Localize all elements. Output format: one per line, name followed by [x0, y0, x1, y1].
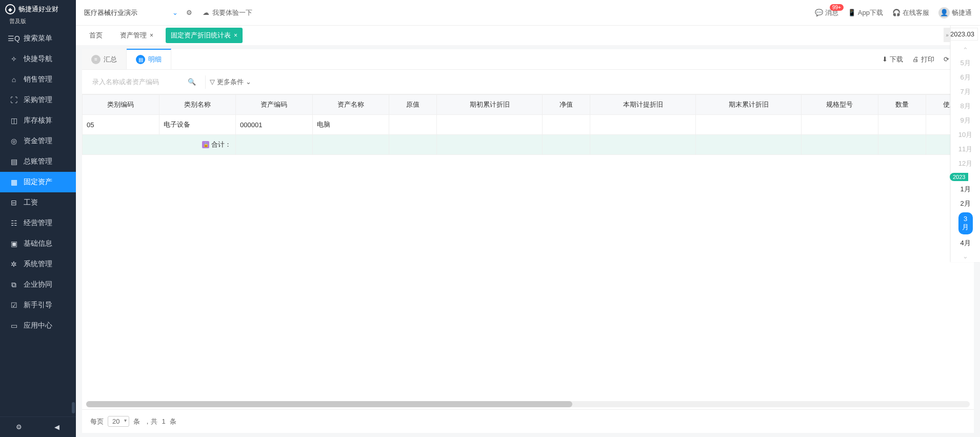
sidebar-item-system[interactable]: ✲系统管理 — [0, 254, 76, 274]
sidebar-item-appcenter[interactable]: ▭应用中心 — [0, 315, 76, 336]
period-next-button[interactable]: ⌄ — [961, 250, 970, 262]
col-asset-code[interactable]: 资产编码 — [236, 95, 313, 115]
month-item[interactable]: 1月 — [951, 182, 980, 196]
search-input[interactable] — [88, 75, 181, 89]
download-icon: ⬇ — [882, 55, 888, 63]
apps-icon: ▭ — [9, 321, 18, 330]
col-qty[interactable]: 数量 — [878, 95, 926, 115]
table-row[interactable]: 05 电子设备 000001 电脑 — [83, 115, 974, 135]
month-item-selected[interactable]: 3月 — [958, 212, 973, 234]
compass-icon: ✧ — [9, 54, 18, 64]
table-container: 类别编码 类别名称 资产编码 资产名称 原值 期初累计折旧 净值 本期计提折旧 … — [82, 94, 974, 399]
page-size-select[interactable]: 20 — [108, 416, 129, 427]
sidebar-item-fixed-assets[interactable]: ▦固定资产 — [0, 172, 76, 192]
lock-icon: 🔒 — [202, 141, 209, 148]
col-spec[interactable]: 规格型号 — [801, 95, 878, 115]
sidebar-item-operation[interactable]: ☷经营管理 — [0, 213, 76, 233]
tab-asset-management[interactable]: 资产管理× — [115, 28, 158, 43]
col-period-depreciation[interactable]: 本期计提折旧 — [590, 95, 696, 115]
wallet-icon: ⊟ — [9, 198, 18, 207]
year-badge: 2023 — [950, 173, 968, 181]
sidebar-item-guide[interactable]: ☑新手引导 — [0, 295, 76, 315]
collapse-period-button[interactable]: » — [944, 28, 951, 42]
tab-depreciation-report[interactable]: 固定资产折旧统计表× — [166, 28, 243, 43]
user-menu[interactable]: 👤 畅捷通 — [938, 7, 972, 18]
col-end-depreciation[interactable]: 期末累计折旧 — [696, 95, 802, 115]
sidebar-footer: ⚙ ◀ — [0, 416, 76, 437]
scrollbar-thumb[interactable] — [86, 401, 572, 407]
sub-tab-summary[interactable]: ≡汇总 — [82, 49, 127, 69]
month-item[interactable]: 12月 — [951, 156, 980, 171]
col-category-code[interactable]: 类别编码 — [83, 95, 159, 115]
sidebar-item-inventory[interactable]: ◫库存核算 — [0, 110, 76, 131]
messages-button[interactable]: 💬 消息 99+ — [815, 8, 838, 17]
month-item[interactable]: 11月 — [951, 142, 980, 156]
content-panel: ≡汇总 ▤明细 ⬇下载 🖨打印 ⟳刷新 🔍 ▽更多条件⌄ — [82, 49, 974, 433]
more-conditions-button[interactable]: ▽更多条件⌄ — [205, 75, 255, 89]
layers-icon: ≡ — [91, 55, 101, 64]
org-settings-icon[interactable]: ⚙ — [186, 9, 192, 16]
period-prev-button[interactable]: ⌃ — [961, 44, 970, 56]
period-panel: 2023.03 » ⌃ 5月 6月 7月 8月 9月 10月 11月 12月 2… — [950, 26, 980, 262]
month-item[interactable]: 8月 — [951, 99, 980, 113]
sidebar-item-quicknav[interactable]: ✧快捷导航 — [0, 49, 76, 69]
sidebar-item-search[interactable]: ☰Q搜索菜单 — [0, 28, 76, 49]
current-period[interactable]: 2023.03 — [947, 28, 978, 41]
col-asset-name[interactable]: 资产名称 — [312, 95, 389, 115]
trial-button[interactable]: ☁ 我要体验一下 — [203, 8, 252, 17]
chevron-down-icon: ⌄ — [246, 78, 251, 86]
close-icon[interactable]: × — [234, 32, 237, 39]
sidebar-menu: ☰Q搜索菜单 ✧快捷导航 ⌂销售管理 ⛶采购管理 ◫库存核算 ◎资金管理 ▤总账… — [0, 28, 76, 416]
sub-tab-detail[interactable]: ▤明细 — [127, 49, 171, 69]
main-area: 医疗器械行业演示 ⌄ ⚙ ☁ 我要体验一下 💬 消息 99+ 📱 App下载 — [76, 0, 980, 437]
download-button[interactable]: ⬇下载 — [882, 55, 903, 64]
month-item[interactable]: 10月 — [951, 128, 980, 142]
settings-button[interactable]: ⚙ — [0, 417, 38, 437]
filter-icon: ▽ — [210, 78, 215, 86]
month-item[interactable]: 6月 — [951, 70, 980, 85]
ledger-icon: ▤ — [9, 157, 18, 166]
sidebar-item-purchase[interactable]: ⛶采购管理 — [0, 90, 76, 110]
print-button[interactable]: 🖨打印 — [912, 55, 934, 64]
close-icon[interactable]: × — [150, 32, 153, 39]
chevron-down-icon: ⌄ — [172, 9, 178, 16]
col-start-depreciation[interactable]: 期初累计折旧 — [437, 95, 543, 115]
sidebar-scrollbar[interactable] — [72, 402, 75, 413]
col-category-name[interactable]: 类别名称 — [159, 95, 236, 115]
month-item[interactable]: 4月 — [951, 236, 980, 250]
brand-area: ◆ 畅捷通好业财 — [0, 0, 76, 16]
sidebar-item-ledger[interactable]: ▤总账管理 — [0, 151, 76, 172]
avatar-icon: 👤 — [938, 7, 950, 18]
team-icon: ⧉ — [9, 280, 18, 289]
magnifier-icon: 🔍 — [188, 78, 196, 86]
month-item[interactable]: 2月 — [951, 196, 980, 211]
month-item[interactable]: 9月 — [951, 113, 980, 128]
customer-service-button[interactable]: 🎧 在线客服 — [892, 8, 929, 17]
sidebar-item-finance[interactable]: ◎资金管理 — [0, 131, 76, 151]
collapse-sidebar-button[interactable]: ◀ — [38, 417, 76, 437]
col-net-value[interactable]: 净值 — [543, 95, 590, 115]
org-name: 医疗器械行业演示 — [84, 8, 137, 17]
search-button[interactable]: 🔍 — [186, 76, 198, 88]
table-total-row: 🔒合计： — [83, 135, 974, 155]
tab-home[interactable]: 首页 — [84, 28, 108, 43]
month-item[interactable]: 7月 — [951, 85, 980, 99]
sidebar-item-salary[interactable]: ⊟工资 — [0, 192, 76, 213]
app-download-button[interactable]: 📱 App下载 — [848, 8, 883, 17]
edition-badge: 普及版 — [0, 16, 76, 28]
mobile-icon: 📱 — [848, 9, 856, 16]
filter-row: 🔍 ▽更多条件⌄ — [82, 70, 974, 94]
sidebar: ◆ 畅捷通好业财 普及版 ☰Q搜索菜单 ✧快捷导航 ⌂销售管理 ⛶采购管理 ◫库… — [0, 0, 76, 437]
month-item[interactable]: 5月 — [951, 56, 980, 70]
horizontal-scrollbar[interactable] — [86, 401, 970, 407]
pagination: 每页 20 条 ，共 1 条 — [82, 409, 974, 433]
brand-title: 畅捷通好业财 — [18, 5, 58, 14]
sidebar-item-sales[interactable]: ⌂销售管理 — [0, 69, 76, 90]
org-selector[interactable]: 医疗器械行业演示 ⌄ — [84, 8, 178, 17]
sidebar-item-collab[interactable]: ⧉企业协同 — [0, 274, 76, 295]
sidebar-item-basicinfo[interactable]: ▣基础信息 — [0, 233, 76, 254]
nav-tabs: 首页 资产管理× 固定资产折旧统计表× ✕ ⛶ — [76, 26, 980, 45]
col-original-value[interactable]: 原值 — [389, 95, 437, 115]
sub-tabs-row: ≡汇总 ▤明细 ⬇下载 🖨打印 ⟳刷新 — [82, 49, 974, 70]
cart-icon: ⌂ — [9, 75, 18, 84]
